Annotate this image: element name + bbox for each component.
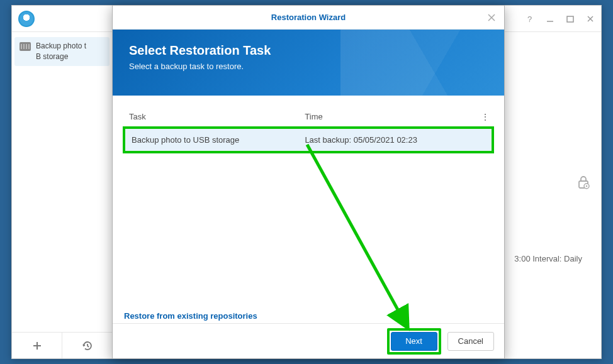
next-button[interactable]: Next — [391, 332, 437, 351]
sidebar-item-backup-task[interactable]: Backup photo t B storage — [14, 37, 110, 66]
minimize-icon[interactable] — [546, 14, 554, 23]
svg-text:?: ? — [527, 14, 532, 23]
wizard-title: Restoration Wizard — [271, 13, 346, 22]
svg-point-7 — [586, 185, 588, 187]
bg-lock-area — [577, 175, 590, 191]
task-row-time: Last backup: 05/05/2021 02:23 — [305, 135, 485, 145]
wizard-footer: Next Cancel — [113, 323, 504, 358]
restore-from-repositories-link[interactable]: Restore from existing repositories — [113, 305, 504, 323]
wizard-subtitle: Select a backup task to restore. — [129, 62, 488, 71]
restoration-wizard-dialog: Restoration Wizard Select Restoration Ta… — [112, 5, 505, 359]
maximize-icon[interactable] — [566, 14, 575, 23]
bg-schedule-text: 3:00 Interval: Daily — [514, 254, 582, 263]
task-table: Task Time ⋮ Backup photo to USB storage … — [123, 107, 494, 153]
bg-footer — [12, 332, 113, 358]
wizard-close-button[interactable] — [485, 11, 498, 24]
wizard-titlebar: Restoration Wizard — [113, 6, 504, 30]
lock-icon[interactable] — [577, 182, 590, 191]
table-header-menu-icon[interactable]: ⋮ — [481, 112, 489, 122]
next-button-highlight: Next — [387, 328, 441, 355]
wizard-body: Task Time ⋮ Backup photo to USB storage … — [113, 96, 504, 305]
svg-rect-2 — [567, 16, 573, 22]
app-logo-icon — [18, 11, 35, 27]
task-table-header: Task Time ⋮ — [123, 107, 494, 126]
bg-sidebar: Backup photo t B storage — [12, 32, 113, 332]
cancel-button[interactable]: Cancel — [447, 332, 494, 351]
task-row-name: Backup photo to USB storage — [132, 135, 305, 145]
history-button[interactable] — [62, 333, 112, 358]
bg-window-controls: ? — [526, 14, 595, 23]
column-header-time[interactable]: Time — [305, 112, 488, 121]
sidebar-item-label: Backup photo t B storage — [36, 41, 86, 62]
storage-icon — [20, 42, 31, 51]
add-button[interactable] — [12, 333, 62, 358]
column-header-task[interactable]: Task — [129, 112, 305, 121]
help-icon[interactable]: ? — [526, 14, 534, 23]
wizard-heading: Select Restoration Task — [129, 43, 488, 58]
wizard-header: Select Restoration Task Select a backup … — [113, 30, 504, 96]
task-row[interactable]: Backup photo to USB storage Last backup:… — [123, 126, 494, 153]
close-icon[interactable] — [586, 14, 595, 23]
